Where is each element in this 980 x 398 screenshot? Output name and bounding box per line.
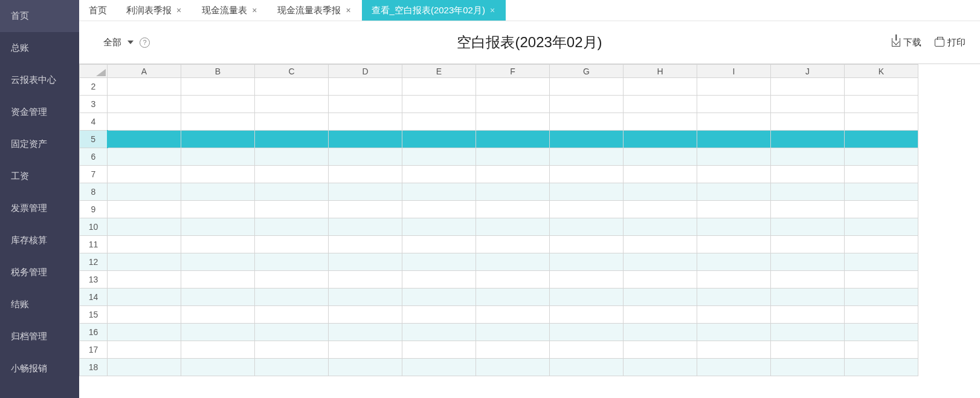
cell-G2[interactable]	[550, 78, 624, 96]
cell-D8[interactable]	[329, 183, 402, 201]
cell-C7[interactable]	[255, 166, 329, 183]
cell-C8[interactable]	[255, 183, 329, 201]
cell-A17[interactable]	[108, 341, 181, 359]
cell-G16[interactable]	[550, 324, 624, 341]
chevron-down-icon[interactable]	[127, 41, 134, 44]
cell-K2[interactable]	[845, 78, 918, 96]
cell-J5[interactable]	[771, 131, 845, 148]
cell-C9[interactable]	[255, 201, 329, 218]
cell-D10[interactable]	[329, 218, 402, 236]
row-header-9[interactable]: 9	[80, 201, 108, 218]
cell-I7[interactable]	[697, 166, 771, 183]
cell-A14[interactable]	[108, 289, 181, 306]
row-header-4[interactable]: 4	[80, 113, 108, 131]
cell-B11[interactable]	[181, 236, 255, 253]
cell-H11[interactable]	[624, 236, 697, 253]
cell-H17[interactable]	[624, 341, 697, 359]
cell-D9[interactable]	[329, 201, 402, 218]
cell-C17[interactable]	[255, 341, 329, 359]
cell-G15[interactable]	[550, 306, 624, 324]
cell-F15[interactable]	[476, 306, 550, 324]
cell-C4[interactable]	[255, 113, 329, 131]
cell-J6[interactable]	[771, 148, 845, 166]
cell-D15[interactable]	[329, 306, 402, 324]
column-header-K[interactable]: K	[845, 65, 918, 78]
cell-D11[interactable]	[329, 236, 402, 253]
column-header-A[interactable]: A	[108, 65, 181, 78]
cell-C6[interactable]	[255, 148, 329, 166]
cell-H12[interactable]	[624, 253, 697, 271]
row-header-8[interactable]: 8	[80, 183, 108, 201]
cell-F4[interactable]	[476, 113, 550, 131]
cell-F16[interactable]	[476, 324, 550, 341]
cell-B7[interactable]	[181, 166, 255, 183]
cell-D5[interactable]	[329, 131, 402, 148]
cell-F7[interactable]	[476, 166, 550, 183]
cell-E2[interactable]	[402, 78, 476, 96]
sidebar-item-4[interactable]: 固定资产	[0, 128, 79, 160]
cell-E10[interactable]	[402, 218, 476, 236]
cell-C12[interactable]	[255, 253, 329, 271]
cell-F10[interactable]	[476, 218, 550, 236]
cell-H5[interactable]	[624, 131, 697, 148]
cell-E15[interactable]	[402, 306, 476, 324]
cell-I14[interactable]	[697, 289, 771, 306]
cell-A18[interactable]	[108, 359, 181, 376]
row-header-14[interactable]: 14	[80, 289, 108, 306]
row-header-6[interactable]: 6	[80, 148, 108, 166]
row-header-18[interactable]: 18	[80, 359, 108, 376]
tab-0[interactable]: 首页	[79, 0, 117, 21]
cell-I8[interactable]	[697, 183, 771, 201]
cell-A3[interactable]	[108, 96, 181, 113]
cell-G10[interactable]	[550, 218, 624, 236]
cell-K14[interactable]	[845, 289, 918, 306]
cell-G13[interactable]	[550, 271, 624, 289]
cell-A8[interactable]	[108, 183, 181, 201]
cell-B12[interactable]	[181, 253, 255, 271]
cell-G9[interactable]	[550, 201, 624, 218]
cell-E8[interactable]	[402, 183, 476, 201]
cell-J2[interactable]	[771, 78, 845, 96]
cell-K16[interactable]	[845, 324, 918, 341]
cell-B10[interactable]	[181, 218, 255, 236]
column-header-J[interactable]: J	[771, 65, 845, 78]
cell-A16[interactable]	[108, 324, 181, 341]
row-header-12[interactable]: 12	[80, 253, 108, 271]
cell-K5[interactable]	[845, 131, 918, 148]
row-header-5[interactable]: 5	[80, 131, 108, 148]
cell-J16[interactable]	[771, 324, 845, 341]
cell-C13[interactable]	[255, 271, 329, 289]
sidebar-item-10[interactable]: 归档管理	[0, 321, 79, 353]
cell-J17[interactable]	[771, 341, 845, 359]
cell-K12[interactable]	[845, 253, 918, 271]
cell-G18[interactable]	[550, 359, 624, 376]
cell-F14[interactable]	[476, 289, 550, 306]
close-icon[interactable]: ×	[344, 5, 352, 15]
cell-I6[interactable]	[697, 148, 771, 166]
cell-E5[interactable]	[402, 131, 476, 148]
cell-I3[interactable]	[697, 96, 771, 113]
cell-E11[interactable]	[402, 236, 476, 253]
cell-K18[interactable]	[845, 359, 918, 376]
cell-K9[interactable]	[845, 201, 918, 218]
cell-H15[interactable]	[624, 306, 697, 324]
cell-E7[interactable]	[402, 166, 476, 183]
cell-F3[interactable]	[476, 96, 550, 113]
cell-J15[interactable]	[771, 306, 845, 324]
tab-3[interactable]: 现金流量表季报×	[268, 0, 361, 21]
cell-I16[interactable]	[697, 324, 771, 341]
close-icon[interactable]: ×	[175, 5, 182, 15]
cell-B17[interactable]	[181, 341, 255, 359]
cell-E4[interactable]	[402, 113, 476, 131]
cell-B2[interactable]	[181, 78, 255, 96]
cell-G11[interactable]	[550, 236, 624, 253]
print-button[interactable]: 打印	[935, 37, 965, 48]
cell-H2[interactable]	[624, 78, 697, 96]
column-header-C[interactable]: C	[255, 65, 329, 78]
cell-I2[interactable]	[697, 78, 771, 96]
cell-A11[interactable]	[108, 236, 181, 253]
cell-E18[interactable]	[402, 359, 476, 376]
cell-J14[interactable]	[771, 289, 845, 306]
cell-K11[interactable]	[845, 236, 918, 253]
row-header-2[interactable]: 2	[80, 78, 108, 96]
